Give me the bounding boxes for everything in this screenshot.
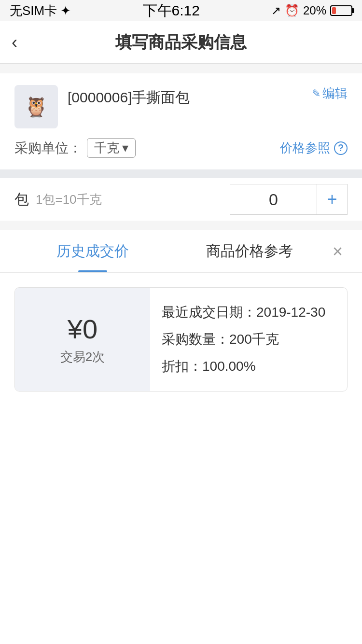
recent-date-value: 2019-12-30: [256, 305, 325, 320]
product-name: [0000006]手撕面包: [68, 87, 190, 108]
edit-icon: ✎: [312, 87, 320, 100]
quantity-value: 200千克: [229, 332, 279, 347]
price-reference-button[interactable]: 价格参照 ?: [280, 140, 348, 156]
product-thumbnail: 🦉: [14, 85, 58, 128]
tab-panel: 历史成交价 商品价格参考 × ¥0 交易2次 最近成交日期：2019-12-30…: [0, 230, 362, 406]
product-info: 🦉 [0000006]手撕面包: [14, 85, 190, 128]
price-card: ¥0 交易2次 最近成交日期：2019-12-30 采购数量：200千克 折扣：…: [14, 287, 348, 392]
price-amount: ¥0: [68, 313, 97, 345]
tab-close-button[interactable]: ×: [328, 241, 348, 262]
unit-value: 千克: [94, 140, 119, 156]
tab-header: 历史成交价 商品价格参考 ×: [0, 230, 362, 273]
unit-row: 采购单位： 千克 ▾ 价格参照 ?: [14, 138, 348, 158]
dropdown-icon: ▾: [122, 140, 128, 155]
battery-icon: [330, 5, 352, 16]
tab1-label: 历史成交价: [56, 241, 129, 261]
back-button[interactable]: ‹: [12, 32, 17, 53]
quantity-row: 包 1包=10千克 +: [0, 178, 362, 221]
location-icon: ↗: [271, 4, 281, 17]
edit-label: 编辑: [322, 85, 348, 102]
carrier-text: 无SIM卡 ✦: [10, 2, 71, 19]
quantity-label: 采购数量：: [162, 332, 229, 347]
price-content: ¥0 交易2次 最近成交日期：2019-12-30 采购数量：200千克 折扣：…: [0, 273, 362, 406]
owl-logo-icon: 🦉: [24, 96, 48, 118]
unit-label: 采购单位：: [14, 139, 82, 157]
price-right-panel: 最近成交日期：2019-12-30 采购数量：200千克 折扣：100.00%: [150, 288, 347, 391]
status-time: 下午6:12: [143, 1, 200, 21]
discount-label: 折扣：: [162, 359, 202, 374]
status-right: ↗ ⏰ 20%: [271, 4, 352, 17]
main-background: [0, 406, 362, 644]
status-left: 无SIM卡 ✦: [10, 2, 71, 19]
section-divider: [0, 169, 362, 178]
unit-dropdown[interactable]: 千克 ▾: [87, 138, 136, 158]
trade-count: 交易2次: [60, 349, 105, 365]
tab-product-price-ref[interactable]: 商品价格参考: [171, 230, 327, 272]
quantity-plus-button[interactable]: +: [317, 184, 348, 215]
status-bar: 无SIM卡 ✦ 下午6:12 ↗ ⏰ 20%: [0, 0, 362, 21]
price-value: 0: [83, 314, 97, 344]
question-icon: ?: [334, 141, 348, 155]
battery-fill: [332, 7, 336, 14]
price-left-panel: ¥0 交易2次: [15, 288, 150, 391]
page-title: 填写商品采购信息: [115, 31, 247, 54]
edit-button[interactable]: ✎ 编辑: [312, 85, 348, 102]
quantity-control: +: [230, 184, 348, 215]
unit-left: 采购单位： 千克 ▾: [14, 138, 136, 158]
unit-description: 1包=10千克: [36, 191, 230, 208]
discount-row: 折扣：100.00%: [162, 356, 335, 377]
product-card: 🦉 [0000006]手撕面包 ✎ 编辑 采购单位： 千克 ▾ 价格参照 ?: [0, 73, 362, 169]
nav-bar: ‹ 填写商品采购信息: [0, 21, 362, 64]
currency-symbol: ¥: [68, 314, 83, 344]
unit-label-big: 包: [14, 190, 29, 210]
tab-history-price[interactable]: 历史成交价: [14, 230, 171, 272]
alarm-icon: ⏰: [285, 4, 299, 17]
quantity-input[interactable]: [230, 184, 317, 215]
price-ref-label: 价格参照: [280, 140, 330, 156]
discount-value: 100.00%: [202, 359, 256, 374]
battery-percent: 20%: [303, 4, 326, 17]
purchase-quantity-row: 采购数量：200千克: [162, 329, 335, 350]
product-header: 🦉 [0000006]手撕面包 ✎ 编辑: [14, 85, 348, 128]
recent-date-label: 最近成交日期：: [162, 305, 256, 320]
recent-date-row: 最近成交日期：2019-12-30: [162, 302, 335, 322]
tab2-label: 商品价格参考: [206, 241, 293, 261]
